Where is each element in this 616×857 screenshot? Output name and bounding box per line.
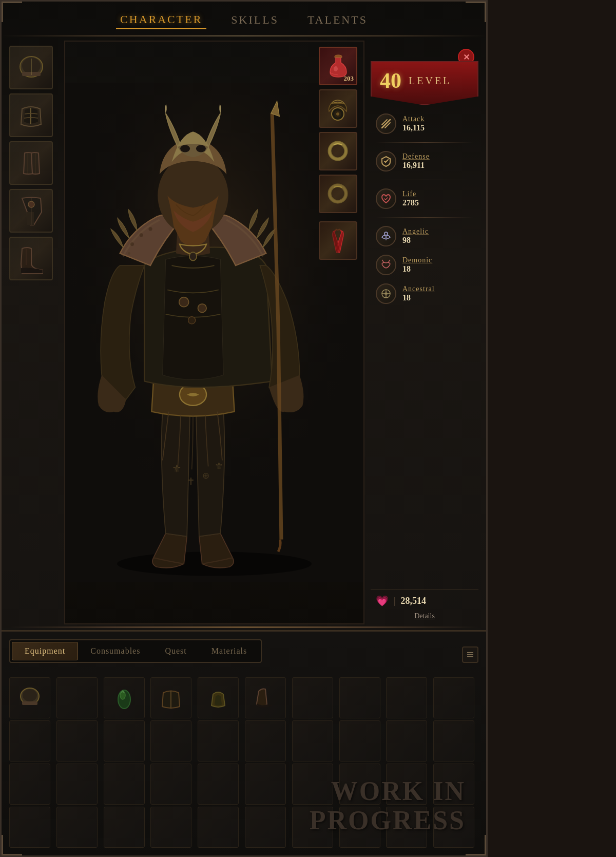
inventory-cell-28[interactable] xyxy=(386,764,427,805)
life-value: 2785 xyxy=(402,198,419,207)
svg-point-34 xyxy=(330,143,346,159)
stat-info-defense: Defense 16,911 xyxy=(402,153,430,170)
inventory-cell-3[interactable] xyxy=(150,677,191,718)
inventory-cell-15[interactable] xyxy=(245,720,286,761)
tab-character[interactable]: CHARACTER xyxy=(116,11,206,29)
inventory-cell-26[interactable] xyxy=(292,764,333,805)
inventory-cell-24[interactable] xyxy=(198,764,239,805)
inventory-cell-7[interactable] xyxy=(339,677,380,718)
inventory-cell-32[interactable] xyxy=(104,807,145,848)
svg-point-19 xyxy=(140,233,143,237)
ancestral-label[interactable]: Ancestral xyxy=(402,285,435,293)
inventory-cell-22[interactable] xyxy=(104,764,145,805)
defense-icon xyxy=(376,151,396,172)
tab-talents[interactable]: TALENTS xyxy=(303,11,372,29)
inventory-cell-17[interactable] xyxy=(339,720,380,761)
inventory-cell-5[interactable] xyxy=(245,677,286,718)
inventory-cell-20[interactable] xyxy=(9,764,50,805)
slot-offhand[interactable] xyxy=(319,221,357,260)
svg-point-8 xyxy=(28,201,34,207)
inventory-cell-1[interactable] xyxy=(56,677,98,718)
inventory-cell-23[interactable] xyxy=(150,764,191,805)
attack-icon xyxy=(376,113,396,134)
divider-2 xyxy=(376,180,473,180)
inventory-cell-2[interactable] xyxy=(104,677,145,718)
inventory-cell-29[interactable] xyxy=(433,764,474,805)
ring2-icon xyxy=(326,182,350,205)
slot-chest[interactable] xyxy=(9,93,53,137)
corner-decoration-tr xyxy=(466,2,486,22)
attack-label[interactable]: Attack xyxy=(402,115,425,123)
chest-icon xyxy=(14,99,48,132)
inventory-cell-36[interactable] xyxy=(292,807,333,848)
inventory-cell-18[interactable] xyxy=(386,720,427,761)
svg-point-18 xyxy=(130,242,134,246)
inventory-cell-35[interactable] xyxy=(245,807,286,848)
angelic-label[interactable]: Angelic xyxy=(402,227,429,236)
legs-icon xyxy=(16,194,47,227)
inventory-cell-16[interactable] xyxy=(292,720,333,761)
inventory-cell-14[interactable] xyxy=(198,720,239,761)
slot-amulet[interactable] xyxy=(319,89,357,128)
inventory-cell-0[interactable] xyxy=(9,677,50,718)
inv-tab-quest[interactable]: Quest xyxy=(152,642,199,660)
angelic-icon xyxy=(376,226,396,246)
inv-tab-materials[interactable]: Materials xyxy=(199,642,259,660)
arms-icon xyxy=(17,148,45,179)
svg-point-52 xyxy=(120,691,125,699)
currency-icon: 💗 xyxy=(376,595,389,607)
inventory-cell-19[interactable] xyxy=(433,720,474,761)
demonic-icon xyxy=(376,255,396,275)
svg-point-44 xyxy=(384,292,388,295)
svg-point-0 xyxy=(20,56,43,77)
stat-info-demonic: Demonic 18 xyxy=(402,256,432,274)
inventory-tab-bar: Equipment Consumables Quest Materials xyxy=(9,639,262,663)
defense-label[interactable]: Defense xyxy=(402,153,430,161)
details-link[interactable]: Details xyxy=(371,612,478,624)
inventory-cell-38[interactable] xyxy=(386,807,427,848)
slot-ring1[interactable] xyxy=(319,132,357,170)
slot-helmet[interactable] xyxy=(9,46,53,89)
inventory-cell-12[interactable] xyxy=(104,720,145,761)
inventory-cell-4[interactable] xyxy=(198,677,239,718)
stats-panel: ✕ 40 LEVEL A xyxy=(371,41,478,624)
stat-row-defense: Defense 16,911 xyxy=(376,151,473,172)
inventory-cell-34[interactable] xyxy=(198,807,239,848)
helmet-icon xyxy=(16,52,47,83)
stat-row-attack: Attack 16,115 xyxy=(376,113,473,134)
slot-arms[interactable] xyxy=(9,141,53,185)
inventory-cell-10[interactable] xyxy=(9,720,50,761)
svg-rect-50 xyxy=(22,701,37,705)
inventory-cell-21[interactable] xyxy=(56,764,98,805)
currency-value: 28,514 xyxy=(401,596,427,606)
slot-potion[interactable]: 203 xyxy=(319,47,357,85)
inventory-sort-button[interactable] xyxy=(462,646,478,663)
slot-ring2[interactable] xyxy=(319,175,357,213)
boots-icon xyxy=(17,243,45,274)
inventory-cell-27[interactable] xyxy=(339,764,380,805)
demonic-label[interactable]: Demonic xyxy=(402,256,432,264)
inventory-cell-37[interactable] xyxy=(339,807,380,848)
inventory-cell-6[interactable] xyxy=(292,677,333,718)
svg-point-25 xyxy=(189,252,197,261)
stats-list: Attack 16,115 Defense 16,9 xyxy=(371,105,478,589)
inventory-grid xyxy=(9,677,478,848)
inventory-cell-31[interactable] xyxy=(56,807,98,848)
ring1-icon xyxy=(326,140,350,163)
inventory-cell-33[interactable] xyxy=(150,807,191,848)
life-label[interactable]: Life xyxy=(402,190,419,198)
inventory-cell-9[interactable] xyxy=(433,677,474,718)
inv-tab-equipment[interactable]: Equipment xyxy=(12,642,78,660)
inventory-cell-13[interactable] xyxy=(150,720,191,761)
svg-point-29 xyxy=(334,66,338,71)
inv-tab-consumables[interactable]: Consumables xyxy=(78,642,152,660)
inventory-cell-11[interactable] xyxy=(56,720,98,761)
svg-point-1 xyxy=(22,58,41,74)
svg-point-24 xyxy=(196,145,206,152)
inventory-cell-8[interactable] xyxy=(386,677,427,718)
slot-boots[interactable] xyxy=(9,237,53,280)
tab-skills[interactable]: SKILLS xyxy=(227,11,283,29)
slot-legs[interactable] xyxy=(9,189,53,233)
inventory-cell-25[interactable] xyxy=(245,764,286,805)
svg-point-40 xyxy=(384,232,388,235)
